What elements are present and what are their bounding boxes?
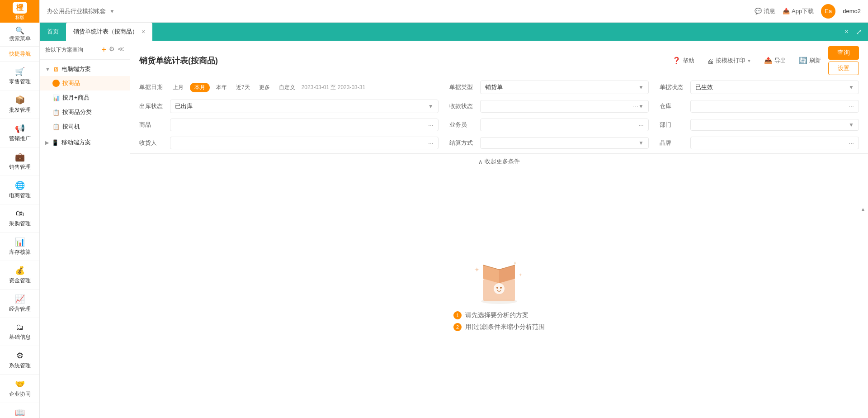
svg-point-2 xyxy=(494,283,505,294)
date-custom[interactable]: 自定义 xyxy=(276,83,298,92)
settings-btn[interactable]: 设置 xyxy=(828,62,859,75)
hint-2-num: 2 xyxy=(453,323,462,331)
date-more[interactable]: 更多 xyxy=(256,83,273,92)
product-select[interactable]: ··· xyxy=(170,119,439,131)
out-status-caret: ▼ xyxy=(428,103,434,109)
app-download-action[interactable]: 📥 App下载 xyxy=(783,7,814,15)
avatar[interactable]: Ea xyxy=(821,4,835,19)
quick-nav[interactable]: 快捷导航 xyxy=(0,47,39,62)
scheme-item-by-cashier[interactable]: 📋 按司机 xyxy=(40,119,130,134)
filter-doc-status: 单据状态 已生效 ▼ xyxy=(660,81,859,94)
sidebar-item-ecommerce[interactable]: 🌐 电商管理 xyxy=(0,176,39,204)
refresh-btn[interactable]: 🔄 刷新 xyxy=(795,55,825,66)
pc-group-label: 电脑端方案 xyxy=(61,65,91,73)
warehouse-label: 仓库 xyxy=(660,102,687,110)
scheme-item-by-category[interactable]: 📋 按商品分类 xyxy=(40,105,130,119)
topbar-right: 💬 消息 📥 App下载 Ea demo2 xyxy=(755,4,861,19)
query-btn[interactable]: 查询 xyxy=(828,46,859,60)
tab-home[interactable]: 首页 xyxy=(40,23,66,41)
settlement-select[interactable]: ▼ xyxy=(480,137,649,149)
filter-product: 商品 ··· xyxy=(139,119,439,131)
search-menu-label: 搜索菜单 xyxy=(3,35,37,43)
sidebar-item-label-inventory: 库存核算 xyxy=(9,248,31,256)
collapse-bar[interactable]: ∧ 收起更多条件 xyxy=(130,153,868,169)
receipt-status-dots: ··· xyxy=(633,103,638,110)
brand-select[interactable]: ··· xyxy=(690,137,859,149)
sidebar-item-enterprise[interactable]: 🤝 企业协同 xyxy=(0,375,39,403)
scheme-item-by-product[interactable]: 按商品 xyxy=(40,76,130,90)
sidebar-item-label-retail: 零售管理 xyxy=(9,78,31,86)
date-last-month[interactable]: 上月 xyxy=(170,83,186,92)
sidebar-item-system[interactable]: ⚙ 系统管理 xyxy=(0,346,39,375)
filter-row-3: 商品 ··· 业务员 ··· xyxy=(139,119,859,131)
tab-report-close[interactable]: × xyxy=(142,28,145,35)
by-category-icon: 📋 xyxy=(52,109,60,116)
salesperson-select[interactable]: ··· xyxy=(480,119,649,131)
by-cashier-label: 按司机 xyxy=(62,123,80,131)
marketing-icon: 📢 xyxy=(15,124,25,133)
help-btn[interactable]: ❓ 帮助 xyxy=(669,55,698,66)
hint-2-text: 用[过滤]条件来缩小分析范围 xyxy=(465,323,545,331)
receipt-status-caret: ▼ xyxy=(638,103,644,109)
mobile-group-label: 移动端方案 xyxy=(61,138,91,147)
filter-receiver: 收货人 ··· xyxy=(139,137,439,149)
receipt-status-select[interactable]: ··· ▼ xyxy=(480,100,649,113)
warehouse-select[interactable]: ··· xyxy=(690,100,859,113)
sidebar-item-marketing[interactable]: 📢 营销推广 xyxy=(0,119,39,147)
tab-restore-btn[interactable]: ⤢ xyxy=(853,27,864,37)
tab-report[interactable]: 销货单统计表（按商品） × xyxy=(66,23,152,41)
scheme-item-by-month-product[interactable]: 📊 按月+商品 xyxy=(40,90,130,105)
tab-close-all-btn[interactable]: × xyxy=(842,27,851,37)
doc-type-select[interactable]: 销货单 ▼ xyxy=(480,81,649,94)
search-menu[interactable]: 🔍 搜索菜单 xyxy=(0,23,39,47)
doc-status-select[interactable]: 已生效 ▼ xyxy=(690,81,859,94)
by-category-label: 按商品分类 xyxy=(62,108,92,116)
filter-receipt-status: 收款状态 ··· ▼ xyxy=(449,100,649,113)
scheme-settings-icon[interactable]: ⚙ xyxy=(109,45,115,55)
out-status-label: 出库状态 xyxy=(139,102,166,110)
svg-point-4 xyxy=(500,287,502,289)
sidebar-item-operation[interactable]: 📈 经营管理 xyxy=(0,290,39,318)
department-label: 部门 xyxy=(660,121,687,129)
svg-text:✦: ✦ xyxy=(474,266,480,273)
scheme-group-mobile-header[interactable]: ▶ 📱 移动端方案 xyxy=(40,136,130,149)
out-status-select[interactable]: 已出库 ▼ xyxy=(170,100,439,113)
date-this-month[interactable]: 本月 xyxy=(190,83,210,92)
message-action[interactable]: 💬 消息 xyxy=(755,7,775,15)
sidebar-item-sales[interactable]: 💼 销售管理 xyxy=(0,147,39,176)
svg-text:✦: ✦ xyxy=(519,272,522,277)
date-label: 单据日期 xyxy=(139,83,166,91)
sidebar-item-wholesale[interactable]: 📦 批发管理 ▲ xyxy=(0,90,39,119)
operation-icon: 📈 xyxy=(15,294,25,304)
filter-area: 单据日期 上月 本月 本年 近7天 更多 自定义 2023-03-01 至 20… xyxy=(139,81,859,149)
date-this-year[interactable]: 本年 xyxy=(213,83,230,92)
filter-out-status: 出库状态 已出库 ▼ xyxy=(139,100,439,113)
empty-hint-2: 2 用[过滤]条件来缩小分析范围 xyxy=(453,323,545,331)
page-header: 销货单统计表(按商品) ❓ 帮助 🖨 按模板打印 ▼ xyxy=(130,41,868,153)
export-icon: 📤 xyxy=(764,57,773,65)
by-product-label: 按商品 xyxy=(62,79,80,87)
sidebar-item-label-finance: 资金管理 xyxy=(9,277,31,285)
sidebar-item-finance[interactable]: 💰 资金管理 xyxy=(0,261,39,290)
scheme-group-pc-header[interactable]: ▼ 🖥 电脑端方案 xyxy=(40,62,130,76)
template-print-btn[interactable]: 🖨 按模板打印 ▼ xyxy=(703,55,755,66)
date-last-7-days[interactable]: 近7天 xyxy=(233,83,253,92)
retail-icon: 🛒 xyxy=(15,66,25,76)
sidebar-item-inventory[interactable]: 📊 库存核算 xyxy=(0,233,39,261)
add-scheme-btn[interactable]: + xyxy=(101,45,106,55)
warehouse-dots: ··· xyxy=(849,103,854,110)
export-btn[interactable]: 📤 导出 xyxy=(760,55,790,66)
by-month-product-icon: 📊 xyxy=(52,95,60,101)
empty-illustration: ✦ ✦ ✦ xyxy=(470,256,528,306)
department-select[interactable]: ▼ xyxy=(690,119,859,131)
salesperson-label: 业务员 xyxy=(449,121,476,129)
receiver-select[interactable]: ··· xyxy=(170,137,439,149)
sidebar-item-retail[interactable]: 🛒 零售管理 ▲ xyxy=(0,62,39,90)
collapse-panel-icon[interactable]: ≪ xyxy=(118,45,124,55)
breadcrumb-dropdown[interactable]: ▼ xyxy=(109,8,115,14)
sidebar-item-guide[interactable]: 📖 新手引导 xyxy=(0,403,39,418)
left-panel-title: 按以下方案查询 xyxy=(45,46,83,54)
sidebar-item-basic[interactable]: 🗂 基础信息 xyxy=(0,318,39,346)
sidebar-item-purchase[interactable]: 🛍 采购管理 xyxy=(0,204,39,233)
basic-icon: 🗂 xyxy=(16,323,24,332)
